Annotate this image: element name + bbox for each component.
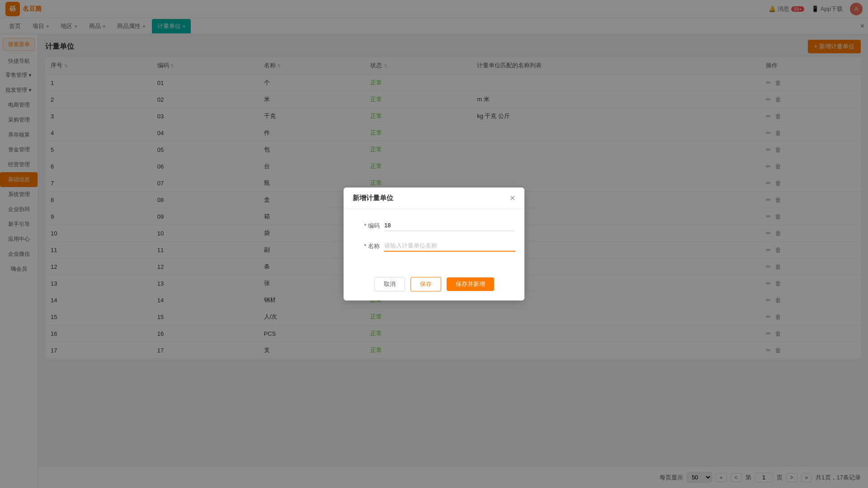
form-row-name: * 名称 xyxy=(353,240,515,252)
name-input[interactable] xyxy=(384,240,515,252)
modal-overlay: 新增计量单位 ✕ * 编码 * 名称 取消 保存 保存并新增 xyxy=(0,0,868,488)
modal-header: 新增计量单位 ✕ xyxy=(344,188,524,209)
form-row-code: * 编码 xyxy=(353,220,515,231)
save-and-new-button[interactable]: 保存并新增 xyxy=(447,277,494,291)
add-unit-modal: 新增计量单位 ✕ * 编码 * 名称 取消 保存 保存并新增 xyxy=(344,188,524,300)
code-input[interactable] xyxy=(384,220,515,231)
modal-body: * 编码 * 名称 xyxy=(344,209,524,272)
modal-title: 新增计量单位 xyxy=(353,194,393,202)
modal-footer: 取消 保存 保存并新增 xyxy=(344,272,524,300)
save-button[interactable]: 保存 xyxy=(410,277,441,291)
cancel-button[interactable]: 取消 xyxy=(374,277,405,291)
code-label: * 编码 xyxy=(353,222,380,230)
name-label: * 名称 xyxy=(353,242,380,250)
modal-close-button[interactable]: ✕ xyxy=(509,194,515,202)
